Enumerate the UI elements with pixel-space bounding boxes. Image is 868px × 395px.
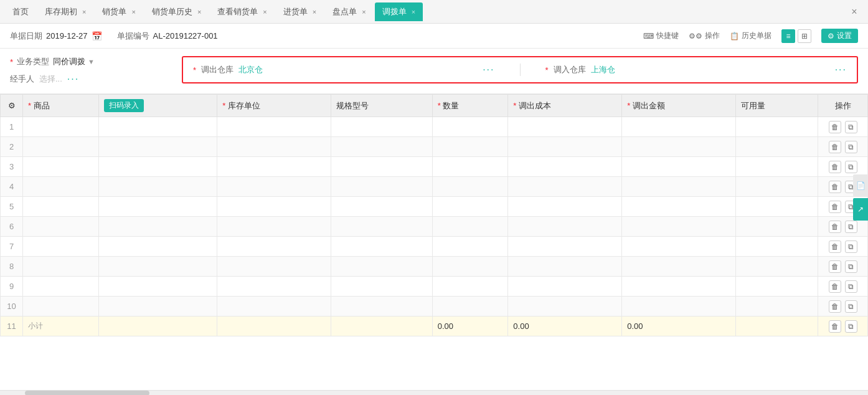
row-spec-4[interactable] (331, 177, 432, 197)
row-qty-3[interactable] (432, 157, 508, 177)
row-available-8[interactable] (736, 257, 818, 277)
window-close-button[interactable]: × (846, 3, 863, 21)
shortcut-button[interactable]: ⌨ 快捷键 (643, 31, 679, 41)
row-available-5[interactable] (736, 197, 818, 217)
row-product-3[interactable] (23, 157, 99, 177)
row-scan-4[interactable] (98, 177, 217, 197)
row-scan-1[interactable] (98, 117, 217, 137)
row-spec-7[interactable] (331, 237, 432, 257)
delete-subtotal-button[interactable]: 🗑 (829, 320, 841, 333)
row-unit-10[interactable] (217, 297, 331, 316)
list-view-button[interactable]: ≡ (781, 29, 795, 43)
row-amount-5[interactable] (622, 197, 736, 217)
row-unit-2[interactable] (217, 137, 331, 157)
horizontal-scrollbar[interactable] (0, 390, 868, 395)
row-unit-1[interactable] (217, 117, 331, 137)
row-amount-8[interactable] (622, 257, 736, 277)
row-amount-1[interactable] (622, 117, 736, 137)
row-product-9[interactable] (23, 277, 99, 297)
delete-row-4-button[interactable]: 🗑 (829, 181, 841, 193)
row-qty-5[interactable] (432, 197, 508, 217)
row-product-2[interactable] (23, 137, 99, 157)
delete-row-1-button[interactable]: 🗑 (829, 121, 841, 133)
row-cost-6[interactable] (508, 217, 622, 237)
row-amount-7[interactable] (622, 237, 736, 257)
row-amount-4[interactable] (622, 177, 736, 197)
copy-row-10-button[interactable]: ⧉ (845, 300, 857, 313)
row-product-4[interactable] (23, 177, 99, 197)
row-available-6[interactable] (736, 217, 818, 237)
row-product-10[interactable] (23, 297, 99, 316)
delete-row-2-button[interactable]: 🗑 (829, 141, 841, 153)
row-amount-2[interactable] (622, 137, 736, 157)
tab-close-inventory-init[interactable]: × (82, 8, 86, 16)
row-scan-10[interactable] (98, 297, 217, 316)
row-cost-9[interactable] (508, 277, 622, 297)
in-warehouse-value[interactable]: 上海仓 (591, 64, 615, 75)
tab-purchase-order[interactable]: 进货单 × (276, 2, 324, 21)
tab-close-inventory-count[interactable]: × (362, 8, 366, 16)
row-product-1[interactable] (23, 117, 99, 137)
row-scan-2[interactable] (98, 137, 217, 157)
row-qty-10[interactable] (432, 297, 508, 316)
row-scan-3[interactable] (98, 157, 217, 177)
row-cost-4[interactable] (508, 177, 622, 197)
copy-row-8-button[interactable]: ⧉ (845, 260, 857, 273)
out-warehouse-value[interactable]: 北京仓 (238, 64, 263, 75)
row-qty-1[interactable] (432, 117, 508, 137)
row-scan-5[interactable] (98, 197, 217, 217)
tab-home[interactable]: 首页 (5, 2, 36, 21)
row-unit-7[interactable] (217, 237, 331, 257)
business-type-select[interactable]: 同价调拨 ▼ (53, 56, 153, 67)
row-unit-5[interactable] (217, 197, 331, 217)
side-doc-button[interactable]: 📄 (853, 174, 868, 197)
tab-close-sales-history[interactable]: × (197, 8, 201, 16)
tab-close-transfer-order[interactable]: × (412, 8, 415, 16)
row-qty-7[interactable] (432, 237, 508, 257)
row-spec-9[interactable] (331, 277, 432, 297)
handler-more-icon[interactable]: ··· (67, 74, 79, 85)
row-unit-8[interactable] (217, 257, 331, 277)
row-spec-10[interactable] (331, 297, 432, 316)
row-cost-2[interactable] (508, 137, 622, 157)
column-gear[interactable]: ⚙ (1, 95, 23, 117)
tab-transfer-order[interactable]: 调拨单 × (375, 2, 423, 21)
copy-row-6-button[interactable]: ⧉ (845, 221, 857, 233)
row-spec-1[interactable] (331, 117, 432, 137)
row-scan-7[interactable] (98, 237, 217, 257)
copy-subtotal-button[interactable]: ⧉ (845, 320, 857, 333)
row-unit-3[interactable] (217, 157, 331, 177)
row-amount-6[interactable] (622, 217, 736, 237)
row-spec-6[interactable] (331, 217, 432, 237)
row-cost-1[interactable] (508, 117, 622, 137)
settings-button[interactable]: ⚙ 设置 (821, 29, 858, 43)
column-scan[interactable]: 扫码录入 (98, 95, 217, 117)
row-product-5[interactable] (23, 197, 99, 217)
row-unit-4[interactable] (217, 177, 331, 197)
row-amount-9[interactable] (622, 277, 736, 297)
delete-row-3-button[interactable]: 🗑 (829, 161, 841, 173)
delete-row-8-button[interactable]: 🗑 (829, 260, 841, 273)
table-container[interactable]: ⚙ * 商品 扫码录入 * 库存单位 规格型号 (0, 93, 868, 390)
row-cost-10[interactable] (508, 297, 622, 316)
delete-row-5-button[interactable]: 🗑 (829, 201, 841, 213)
row-amount-10[interactable] (622, 297, 736, 316)
delete-row-7-button[interactable]: 🗑 (829, 240, 841, 253)
row-unit-6[interactable] (217, 217, 331, 237)
row-available-2[interactable] (736, 137, 818, 157)
row-product-7[interactable] (23, 237, 99, 257)
row-cost-5[interactable] (508, 197, 622, 217)
side-expand-button[interactable]: ↗ (853, 198, 868, 221)
row-scan-8[interactable] (98, 257, 217, 277)
tab-sales-order[interactable]: 销货单 × (95, 2, 143, 21)
row-available-1[interactable] (736, 117, 818, 137)
operations-button[interactable]: ⚙⚙ 操作 (689, 31, 720, 41)
delete-row-6-button[interactable]: 🗑 (829, 221, 841, 233)
calendar-icon[interactable]: 📅 (92, 31, 102, 41)
row-qty-8[interactable] (432, 257, 508, 277)
row-spec-8[interactable] (331, 257, 432, 277)
row-qty-6[interactable] (432, 217, 508, 237)
row-available-9[interactable] (736, 277, 818, 297)
row-unit-9[interactable] (217, 277, 331, 297)
tab-inventory-count[interactable]: 盘点单 × (325, 2, 373, 21)
